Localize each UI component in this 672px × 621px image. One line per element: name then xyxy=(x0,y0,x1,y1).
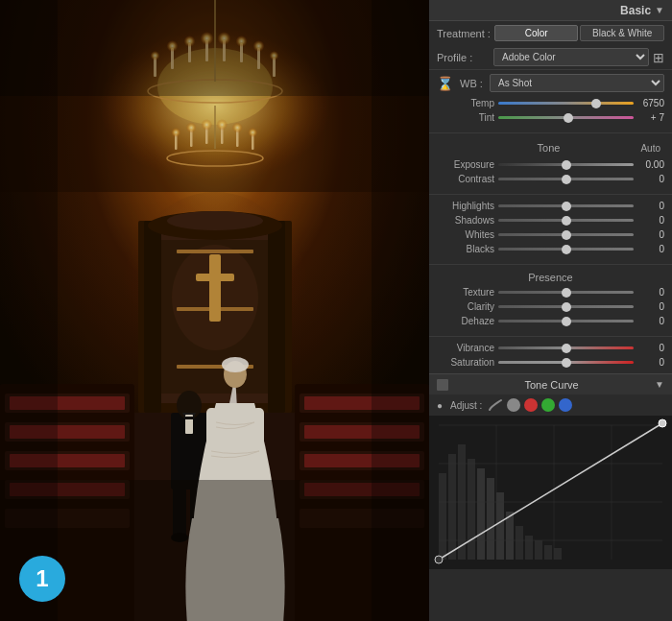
presence-title: Presence xyxy=(429,269,672,285)
svg-rect-97 xyxy=(477,468,485,560)
panel-header: Basic ▼ xyxy=(429,0,672,21)
highlights-row: Highlights 0 xyxy=(437,199,664,213)
svg-rect-98 xyxy=(487,478,494,560)
vibrance-slider[interactable] xyxy=(498,346,634,349)
profile-row: Profile : Adobe Color ⊞ xyxy=(429,45,672,70)
wb-row: ⌛ WB : As Shot xyxy=(429,70,672,96)
contrast-row: Contrast 0 xyxy=(437,172,664,186)
photo-badge: 1 xyxy=(19,556,65,602)
bw-btn[interactable]: Black & White xyxy=(580,25,664,41)
svg-rect-90 xyxy=(0,0,58,621)
panel-dropdown-arrow[interactable]: ▼ xyxy=(655,5,664,15)
exposure-value: 0.00 xyxy=(637,159,664,170)
tone-header: Tone Auto xyxy=(429,137,672,157)
tone-curve-adjust-row: ● Adjust : xyxy=(429,394,672,416)
grid-icon[interactable]: ⊞ xyxy=(653,50,664,65)
saturation-slider[interactable] xyxy=(498,361,634,364)
svg-rect-93 xyxy=(439,473,446,560)
tone-curve-canvas xyxy=(429,416,672,569)
tint-label: Tint xyxy=(437,112,494,123)
treatment-row: Treatment : Color Black & White xyxy=(429,21,672,45)
tone-sliders: Exposure 0.00 Contrast 0 xyxy=(429,157,672,190)
highlights-label: Highlights xyxy=(437,201,494,211)
exposure-label: Exposure xyxy=(437,159,494,170)
shadows-value: 0 xyxy=(637,215,664,226)
temp-slider[interactable] xyxy=(498,102,634,105)
svg-rect-88 xyxy=(0,480,429,621)
auto-btn[interactable]: Auto xyxy=(640,143,660,154)
photo-image xyxy=(0,0,429,621)
color-btn[interactable]: Color xyxy=(494,25,579,41)
clarity-slider[interactable] xyxy=(498,305,634,308)
exposure-slider[interactable] xyxy=(498,163,634,166)
whites-value: 0 xyxy=(637,229,664,240)
svg-rect-105 xyxy=(554,548,562,560)
blacks-row: Blacks 0 xyxy=(437,242,664,256)
tone-curve-title: Tone Curve xyxy=(452,379,651,391)
tone-curve-dropdown[interactable]: ▼ xyxy=(655,379,664,390)
texture-label: Texture xyxy=(437,287,494,298)
blacks-slider[interactable] xyxy=(498,248,634,251)
svg-rect-101 xyxy=(516,526,523,560)
treatment-options: Color Black & White xyxy=(494,25,664,41)
whites-label: Whites xyxy=(437,229,494,240)
svg-rect-89 xyxy=(0,0,429,96)
svg-rect-103 xyxy=(535,540,542,560)
clarity-label: Clarity xyxy=(437,301,494,312)
dehaze-slider[interactable] xyxy=(498,320,634,322)
svg-rect-102 xyxy=(525,536,533,560)
highlights-sliders: Highlights 0 Shadows 0 Whites 0 Blacks xyxy=(429,199,672,260)
channel-red-icon[interactable] xyxy=(524,398,538,412)
presence-sliders: Texture 0 Clarity 0 Dehaze 0 xyxy=(429,285,672,332)
exposure-row: Exposure 0.00 xyxy=(437,157,664,172)
vibrance-saturation-sliders: Vibrance 0 Saturation 0 xyxy=(429,341,672,373)
svg-rect-96 xyxy=(468,459,475,560)
svg-rect-99 xyxy=(496,492,504,560)
tone-curve-header: Tone Curve ▼ xyxy=(429,373,672,394)
contrast-value: 0 xyxy=(637,174,664,184)
dehaze-row: Dehaze 0 xyxy=(437,314,664,328)
svg-rect-94 xyxy=(448,454,456,560)
temp-row: Temp 6750 xyxy=(437,96,664,110)
texture-value: 0 xyxy=(637,287,664,298)
temp-value: 6750 xyxy=(637,98,664,108)
saturation-value: 0 xyxy=(637,357,664,368)
shadows-slider[interactable] xyxy=(498,219,634,222)
right-panel: Basic ▼ Treatment : Color Black & White … xyxy=(429,0,672,621)
texture-slider[interactable] xyxy=(498,291,634,294)
tint-slider[interactable] xyxy=(498,116,634,119)
whites-row: Whites 0 xyxy=(437,227,664,242)
tc-icon xyxy=(437,379,448,391)
saturation-label: Saturation xyxy=(437,357,494,368)
channel-blue-icon[interactable] xyxy=(559,398,572,412)
vibrance-row: Vibrance 0 xyxy=(437,341,664,355)
whites-slider[interactable] xyxy=(498,233,634,236)
adjust-label: Adjust : xyxy=(450,400,482,411)
contrast-slider[interactable] xyxy=(498,178,634,180)
badge-number: 1 xyxy=(36,565,48,592)
photo-panel: 1 xyxy=(0,0,429,621)
texture-row: Texture 0 xyxy=(437,285,664,299)
svg-point-115 xyxy=(435,556,443,563)
curve-s-icon[interactable] xyxy=(488,398,503,412)
curve-channel-icons xyxy=(488,398,572,412)
channel-green-icon[interactable] xyxy=(541,398,555,412)
highlights-slider[interactable] xyxy=(498,204,634,207)
svg-rect-100 xyxy=(506,512,514,560)
wb-sliders: Temp 6750 Tint + 7 xyxy=(429,96,672,129)
profile-label: Profile : xyxy=(437,52,490,63)
tint-value: + 7 xyxy=(637,112,664,123)
blacks-value: 0 xyxy=(637,244,664,254)
wb-select[interactable]: As Shot xyxy=(490,74,664,92)
shadows-label: Shadows xyxy=(437,215,494,226)
dehaze-label: Dehaze xyxy=(437,316,494,326)
shadows-row: Shadows 0 xyxy=(437,213,664,227)
profile-select[interactable]: Adobe Color xyxy=(493,48,649,66)
channel-gray-icon[interactable] xyxy=(507,398,520,412)
tint-row: Tint + 7 xyxy=(437,110,664,125)
eyedropper-icon[interactable]: ⌛ xyxy=(437,76,453,91)
tone-title: Tone xyxy=(492,139,605,155)
saturation-row: Saturation 0 xyxy=(437,355,664,370)
clarity-row: Clarity 0 xyxy=(437,299,664,314)
svg-point-114 xyxy=(659,419,666,427)
